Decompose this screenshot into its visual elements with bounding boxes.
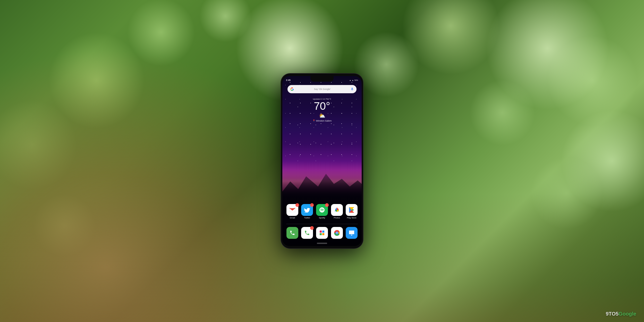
app-dialer[interactable]: 1 [300,227,314,239]
dock-divider [286,224,358,224]
wifi-icon: ▲ [352,79,354,81]
google-search-bar[interactable]: Say 'Ok Google' [287,85,357,93]
app-twitter[interactable]: 1 Twitter [300,204,314,219]
svg-rect-2 [320,233,322,235]
signal-icon: ▲ [349,79,351,81]
twitter-label: Twitter [304,217,310,219]
app-messages[interactable] [345,227,358,239]
phone-screen: 2:45 ▲ ▲ 50% Say 'Ok Google' [282,76,362,246]
app-photos[interactable]: Photos [330,204,344,219]
dialer-icon: 1 [301,227,313,239]
app-spotify[interactable]: 1 Spotify [315,204,329,219]
status-icons: ▲ ▲ 50% [349,79,358,81]
weather-temperature: 70° [282,101,362,112]
app-chrome[interactable] [330,227,344,239]
svg-rect-3 [322,233,324,235]
svg-point-7 [336,232,337,233]
spotify-label: Spotify [319,217,325,219]
app-row-bottom: 1 [285,227,359,239]
search-placeholder: Say 'Ok Google' [296,88,349,90]
weather-cloud-icon: ⛅ [282,113,362,119]
weather-updated: Updated 2:12 PM ↻ [282,98,362,100]
watermark-google: Google [618,311,636,317]
weather-widget: Updated 2:12 PM ↻ 70° ⛅ 📍 Winston-Salem [282,98,362,122]
svg-rect-8 [349,231,354,234]
playstore-label: Play Store [347,217,357,219]
mic-icon[interactable] [350,87,354,91]
svg-rect-1 [322,231,324,233]
app-multi[interactable] [315,227,329,239]
dialer-badge: 1 [310,226,314,230]
phone-body: 2:45 ▲ ▲ 50% Say 'Ok Google' [281,73,363,249]
site-watermark: 9TO5Google [606,311,636,317]
home-button[interactable] [317,243,327,244]
app-row-top: 1 Gmail 1 Twitter [285,204,359,219]
messages-icon [346,227,358,239]
status-time: 2:45 [286,79,291,81]
gmail-badge: 1 [295,203,299,207]
chrome-icon [331,227,343,239]
twitter-badge: 1 [310,203,314,207]
twitter-icon: 1 [301,204,313,216]
app-playstore[interactable]: Play Store [345,204,358,219]
multi-icon [316,227,328,239]
phone-notch [310,76,334,82]
svg-rect-0 [320,231,322,233]
gmail-label: Gmail [290,217,295,219]
spotify-badge: 1 [325,203,329,207]
app-gmail[interactable]: 1 Gmail [286,204,299,219]
spotify-icon: 1 [316,204,328,216]
battery-text: 50% [354,79,358,81]
photos-icon [331,204,343,216]
playstore-icon [346,204,358,216]
weather-location: 📍 Winston-Salem [282,120,362,122]
phone: 2:45 ▲ ▲ 50% Say 'Ok Google' [281,73,363,249]
phone-app-icon [286,227,298,239]
google-logo [290,87,294,91]
app-phone[interactable] [286,227,299,239]
photos-label: Photos [334,217,340,219]
gmail-icon: 1 [286,204,298,216]
